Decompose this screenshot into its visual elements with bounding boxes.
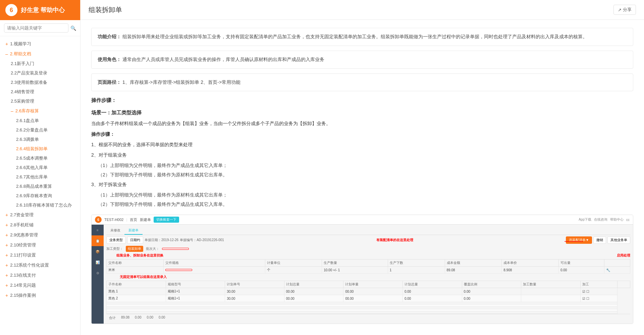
sim-td-spec: [163, 267, 265, 274]
sim-btd-6: 0.00: [402, 288, 462, 295]
sim-nav-icon-4: 📊: [92, 257, 104, 268]
sim-td-avail: 0.00: [558, 267, 604, 274]
share-button[interactable]: ↗ 分享: [613, 5, 636, 15]
sim-btn-confirm[interactable]: 日期约: [127, 236, 143, 244]
sim-num-input[interactable]: [162, 248, 189, 250]
sim-bth-1: 子件名称: [107, 281, 166, 288]
sim-th-prod-sub: 生产下数: [388, 260, 445, 267]
scene1-label: 场景一：加工类型选择: [91, 110, 633, 116]
sim-footer-v4: 0.00: [159, 316, 165, 320]
sim-leftnav: ≡ 📋 📦 📊 ⚙: [92, 225, 104, 324]
sim-top-table: 父件名称 父件规格 计量单位 生产数量 生产下数 成本金额 成本单价 可出量: [106, 259, 630, 274]
sim-app-dl: App下载: [579, 217, 591, 222]
sim-btn-save[interactable]: 业务类型: [106, 236, 126, 244]
sim-btd2-9: ☑ ☐: [580, 295, 617, 302]
sim-footer-label: 合计: [109, 316, 116, 320]
sidebar-item-video[interactable]: + 1.视频学习: [0, 39, 80, 49]
sidebar-item-payment[interactable]: + 2.13在线支付: [0, 270, 80, 280]
sim-annotation-1: 有装配清单的在这里处理: [225, 238, 565, 242]
table-row: [107, 302, 630, 304]
sim-spec-input[interactable]: [165, 269, 192, 271]
sim-th-parent-spec: 父件规格: [163, 260, 265, 267]
sidebar: 6 好生意 帮助中心 🔍 + 1.视频学习 – 2.帮助文档 2.1新手入门 2…: [0, 0, 80, 335]
step3-2: （2）下部明细为子件明细，最终作为产成品生成其它入库单。: [91, 200, 633, 209]
content-body: 功能介绍： 组装拆卸单用来处理企业组装或拆卸等加工业务，支持有固定装配清单的产品…: [80, 20, 644, 335]
sim-user: cc: [626, 218, 630, 222]
sidebar-item-transfer[interactable]: 2.6.3调拨单: [0, 135, 80, 144]
expand-icon-9: +: [5, 273, 8, 278]
sim-topbar-right: App下载 在线咨询 帮助中心 cc: [579, 217, 630, 222]
sidebar-item-inventory[interactable]: – 2.6库存核算: [0, 106, 80, 116]
sidebar-item-personalize[interactable]: + 2.12系统个性化设置: [0, 260, 80, 270]
sidebar-item-assemble[interactable]: 2.6.4组装拆卸单: [0, 144, 80, 154]
search-input[interactable]: [4, 23, 68, 33]
sidebar-item-split-stocktake[interactable]: 2.6.2分量盘点单: [0, 125, 80, 135]
sidebar-item-finance[interactable]: + 2.7资金管理: [0, 210, 80, 220]
sidebar-item-other-in[interactable]: 2.6.6其他入库单: [0, 163, 80, 172]
sim-tab-new[interactable]: 新建单: [124, 227, 143, 235]
expand-icon-7: +: [5, 253, 8, 258]
sim-nav-home: 首页: [130, 217, 137, 222]
table-row: [107, 309, 630, 312]
screenshot-container: 6 TEST-H002 | 首页 新建单 切换账套一下 App下载 在线咨询 帮…: [91, 215, 633, 324]
table-row: [107, 312, 630, 314]
sim-tab-existing[interactable]: 未修改: [106, 227, 124, 235]
sim-type-btn[interactable]: 组装卸单: [126, 246, 143, 252]
sidebar-item-stocktake[interactable]: 2.6.1盘点单: [0, 116, 80, 125]
sidebar-item-cases[interactable]: + 2.15操作案例: [0, 290, 80, 300]
sim-arrow-1: [565, 239, 585, 244]
sidebar-item-beginners[interactable]: 2.1新手入门: [0, 59, 80, 68]
sim-nav-icon-3: 📦: [92, 246, 104, 257]
sim-bth-3: 计划单号: [225, 281, 284, 288]
sidebar-item-label: 2.15操作案例: [10, 292, 36, 298]
expand-icon-11: +: [5, 293, 8, 298]
sim-nav-icon-2[interactable]: 📋: [92, 235, 104, 246]
sim-num-label: 批次大：: [146, 246, 159, 251]
sim-nav-new: 新建单: [140, 217, 151, 222]
sim-logo: 6: [95, 216, 102, 223]
sidebar-item-mobile[interactable]: + 2.8手机旺铺: [0, 220, 80, 230]
sidebar-item-coupon[interactable]: + 2.9优惠券管理: [0, 230, 80, 240]
expand-icon-3: +: [5, 212, 8, 218]
sidebar-item-faq[interactable]: + 2.14常见问题: [0, 280, 80, 290]
sidebar-item-docs[interactable]: – 2.帮助文档: [0, 49, 80, 59]
sim-bth-2: 规格型号: [166, 281, 225, 288]
sim-topbar: 6 TEST-H002 | 首页 新建单 切换账套一下 App下载 在线咨询 帮…: [92, 215, 633, 225]
sim-btn-other[interactable]: 其他业务单: [607, 236, 630, 244]
sim-switch-btn[interactable]: 切换账套一下: [154, 217, 179, 223]
sim-btd2-4: 00.00: [284, 295, 343, 302]
sim-btd2-spec: 规格1+1: [166, 295, 225, 302]
sidebar-item-ops[interactable]: + 2.10经营管理: [0, 240, 80, 250]
main-content: 组装拆卸单 ↗ 分享 功能介绍： 组装拆卸单用来处理企业组装或拆卸等加工业务，支…: [80, 0, 644, 335]
scene1-desc: 当由多个子件材料组装成一个成品的业务为【组装】业务，当由一个父件拆分成多个子产品…: [91, 119, 633, 128]
search-icon[interactable]: 🔍: [70, 25, 76, 31]
role-label: 使用角色：: [98, 57, 121, 62]
expand-icon-4: +: [5, 222, 8, 228]
sim-tabs: 未修改 新建单: [106, 227, 630, 235]
sidebar-item-sales[interactable]: 2.4销售管理: [0, 87, 80, 97]
sim-td-name: 米米: [107, 267, 164, 274]
sidebar-item-cost-recalc[interactable]: 2.6.8商品成本重算: [0, 182, 80, 191]
sidebar-item-prepare[interactable]: 2.3使用前数据准备: [0, 78, 80, 87]
sim-empty-5: [107, 307, 618, 309]
sidebar-item-label: 2.13在线支付: [10, 272, 36, 278]
step2-1: （1）上部明细为父件明细，最终作为产成品生成其它入库单；: [91, 161, 633, 170]
sim-btn-cancel[interactable]: 撤销: [593, 236, 606, 244]
sim-main-area: 未修改 新建单 业务类型 日期约 单据日期：2019-12-26 单据编号：AD…: [104, 225, 633, 324]
sidebar-item-purchase[interactable]: 2.5采购管理: [0, 97, 80, 106]
sim-th-prod-qty: 生产数量: [322, 260, 388, 267]
sidebar-item-cost-adjust[interactable]: 2.6.5成本调整单: [0, 154, 80, 163]
sidebar-item-stock-error[interactable]: 2.6.10库存账本算错了怎么办: [0, 201, 80, 210]
table-row: 黑色 1 规格1+1 30.00 00.00 00.00 0.00 0.00 ☑…: [107, 288, 630, 295]
sidebar-item-print[interactable]: + 2.11打印设置: [0, 250, 80, 260]
table-row: [107, 307, 630, 309]
sim-td-sub: 1: [388, 267, 445, 274]
sim-bth-8: 加工数量: [521, 281, 581, 288]
share-icon: ↗: [618, 7, 622, 12]
sidebar-item-stock-ledger[interactable]: 2.6.9库存账本查询: [0, 191, 80, 201]
sidebar-item-label: 1.视频学习: [10, 41, 31, 47]
sidebar-item-install[interactable]: 2.2产品安装及登录: [0, 68, 80, 78]
table-row: 米米 个 10.00 +/- 1 1 89.08 8.908 0.00 🔧: [107, 267, 630, 274]
sidebar-item-other-out[interactable]: 2.6.7其他出库单: [0, 172, 80, 182]
sim-footer-v3: 0.00: [147, 316, 153, 320]
